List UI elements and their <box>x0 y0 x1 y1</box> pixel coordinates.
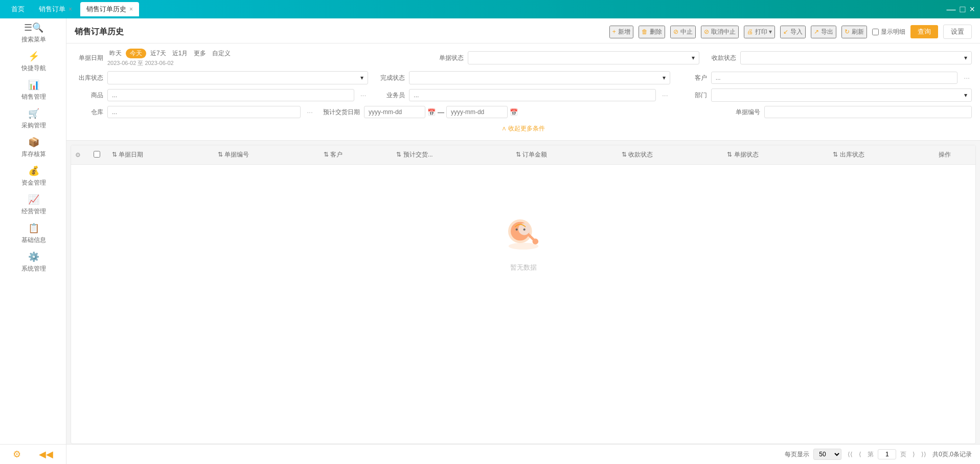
import-button[interactable]: ↙ 导入 <box>780 26 806 38</box>
tab-sales-order-history-label: 销售订单历史 <box>86 5 126 14</box>
sidebar-item-operations[interactable]: 📈 经营管理 <box>0 190 66 219</box>
select-all-checkbox[interactable] <box>94 151 100 158</box>
finance-icon: 💰 <box>28 165 39 176</box>
order-num-label: 单据编号 <box>732 108 760 117</box>
shortcut-1month[interactable]: 近1月 <box>170 49 190 58</box>
calendar-to-icon[interactable]: 📅 <box>510 108 518 116</box>
close-sales-order-tab[interactable]: × <box>69 6 72 13</box>
stop-icon: ⊘ <box>673 28 678 35</box>
calendar-from-icon[interactable]: 📅 <box>427 108 436 116</box>
svg-point-5 <box>532 238 538 245</box>
filter-row-3: 商品 ··· 业务员 ··· 部门 ▾ <box>75 89 972 102</box>
receipt-status-select[interactable]: ▾ <box>740 51 972 64</box>
warehouse-more-icon[interactable]: ··· <box>305 108 315 116</box>
order-num-input[interactable] <box>764 106 972 118</box>
empty-illustration <box>498 206 549 257</box>
sidebar-item-finance[interactable]: 💰 资金管理 <box>0 162 66 190</box>
col-delivery: ⇅ 预计交货... <box>392 145 512 165</box>
sidebar-item-purchase-mgmt[interactable]: 🛒 采购管理 <box>0 104 66 133</box>
sidebar-bottom: ⚙ ◀◀ <box>0 444 66 464</box>
query-button[interactable]: 查询 <box>910 25 938 38</box>
salesman-label: 业务员 <box>376 91 405 100</box>
sidebar-settings-icon[interactable]: ⚙ <box>13 449 21 460</box>
collapse-filter[interactable]: ∧ 收起更多条件 <box>75 122 972 135</box>
prev-page-btn[interactable]: ⟨ <box>857 450 863 459</box>
quick-nav-icon: ⚡ <box>28 51 39 62</box>
col-amount: ⇅ 订单金额 <box>512 145 618 165</box>
close-history-tab[interactable]: × <box>129 6 133 13</box>
sidebar-item-search-menu[interactable]: ☰🔍 搜索菜单 <box>0 18 66 47</box>
sidebar-item-basic-info[interactable]: 📋 基础信息 <box>0 219 66 248</box>
display-detail-input[interactable] <box>872 29 879 35</box>
stop-button[interactable]: ⊘ 中止 <box>670 26 696 38</box>
sidebar-collapse-icon[interactable]: ◀◀ <box>39 449 53 460</box>
page-label: 页 <box>898 449 908 460</box>
shortcut-yesterday[interactable]: 昨天 <box>107 49 124 58</box>
salesman-input[interactable] <box>409 89 656 101</box>
table-footer: 每页显示 50 10 20 100 ⟨⟨ ⟨ 第 页 ⟩ ⟩⟩ 共0页,0条记录 <box>66 444 980 464</box>
customer-input[interactable] <box>711 72 958 84</box>
customer-more-icon[interactable]: ··· <box>962 74 972 82</box>
new-button[interactable]: + 新增 <box>609 26 633 38</box>
table-area: ⚙ ⇅ 单据日期 ⇅ 单据编号 <box>71 145 976 444</box>
outbound-select[interactable]: ▾ <box>107 71 368 84</box>
refresh-button[interactable]: ↻ 刷新 <box>841 26 867 38</box>
delivery-date-label: 预计交货日期 <box>323 108 360 117</box>
print-button[interactable]: 🖨 打印 ▾ <box>744 26 775 38</box>
filter-row-4: 仓库 ··· 预计交货日期 📅 — 📅 单据编号 <box>75 106 972 118</box>
sidebar: ☰🔍 搜索菜单 ⚡ 快捷导航 📊 销售管理 🛒 采购管理 📦 库存核算 💰 资金… <box>0 18 66 464</box>
complete-select[interactable]: ▾ <box>409 71 670 84</box>
shortcut-today[interactable]: 今天 <box>126 49 146 58</box>
minimize-icon[interactable]: — <box>947 4 956 15</box>
delivery-date-from[interactable] <box>364 106 425 118</box>
page-input[interactable] <box>878 449 896 459</box>
complete-label: 完成状态 <box>376 74 405 82</box>
shortcut-7days[interactable]: 近7天 <box>148 49 168 58</box>
sidebar-sales-mgmt-label: 销售管理 <box>21 93 46 101</box>
goods-input[interactable] <box>107 89 354 101</box>
per-page-select[interactable]: 50 10 20 100 <box>813 449 841 460</box>
next-page-btn[interactable]: ⟩ <box>910 450 917 459</box>
salesman-more-icon[interactable]: ··· <box>660 91 670 99</box>
doc-status-select[interactable]: ▾ <box>468 51 699 64</box>
date-range-text: 2023-06-02 至 2023-06-02 <box>107 59 427 67</box>
delete-button[interactable]: 🗑 删除 <box>639 26 665 38</box>
top-bar: 首页 销售订单 × 销售订单历史 × — □ × <box>0 0 980 18</box>
tab-home[interactable]: 首页 <box>5 2 31 16</box>
settings-button[interactable]: 设置 <box>943 25 972 39</box>
table-settings-icon[interactable]: ⚙ <box>75 151 81 159</box>
date-separator: — <box>438 108 444 116</box>
tab-sales-order-history[interactable]: 销售订单历史 × <box>80 2 139 16</box>
goods-more-icon[interactable]: ··· <box>358 91 369 99</box>
delivery-date-to[interactable] <box>446 106 508 118</box>
sidebar-inventory-label: 库存核算 <box>21 150 46 159</box>
display-detail-checkbox[interactable]: 显示明细 <box>872 28 905 36</box>
sidebar-basic-info-label: 基础信息 <box>21 236 46 245</box>
print-icon: 🖨 <box>747 28 753 35</box>
tab-home-label: 首页 <box>11 5 25 14</box>
shortcut-more[interactable]: 更多 <box>192 49 208 58</box>
filter-goods: 商品 ··· <box>75 89 368 101</box>
sidebar-item-sales-mgmt[interactable]: 📊 销售管理 <box>0 76 66 104</box>
close-app-icon[interactable]: × <box>969 4 975 15</box>
sidebar-search-menu-label: 搜索菜单 <box>21 35 46 44</box>
shortcut-custom[interactable]: 自定义 <box>210 49 233 58</box>
col-date: ⇅ 单据日期 <box>108 145 214 165</box>
sidebar-item-sys-mgmt[interactable]: ⚙️ 系统管理 <box>0 248 66 276</box>
first-page-btn[interactable]: ⟨⟨ <box>846 450 855 459</box>
sidebar-item-quick-nav[interactable]: ⚡ 快捷导航 <box>0 47 66 76</box>
filter-salesman: 业务员 ··· <box>376 89 670 101</box>
goods-label: 商品 <box>75 91 103 100</box>
sales-mgmt-icon: 📊 <box>28 79 39 91</box>
dept-select[interactable]: ▾ <box>711 89 972 102</box>
warehouse-input[interactable] <box>107 106 301 118</box>
sidebar-quick-nav-label: 快捷导航 <box>21 64 46 73</box>
last-page-btn[interactable]: ⟩⟩ <box>919 450 928 459</box>
filter-delivery-date: 预计交货日期 📅 — 📅 <box>323 106 723 118</box>
tab-sales-order[interactable]: 销售订单 × <box>33 2 78 16</box>
sidebar-item-inventory[interactable]: 📦 库存核算 <box>0 133 66 162</box>
top-bar-right: — □ × <box>947 4 975 15</box>
export-button[interactable]: ↗ 导出 <box>811 26 836 38</box>
cancel-stop-button[interactable]: ⊘ 取消中止 <box>701 26 739 38</box>
maximize-icon[interactable]: □ <box>960 4 966 15</box>
